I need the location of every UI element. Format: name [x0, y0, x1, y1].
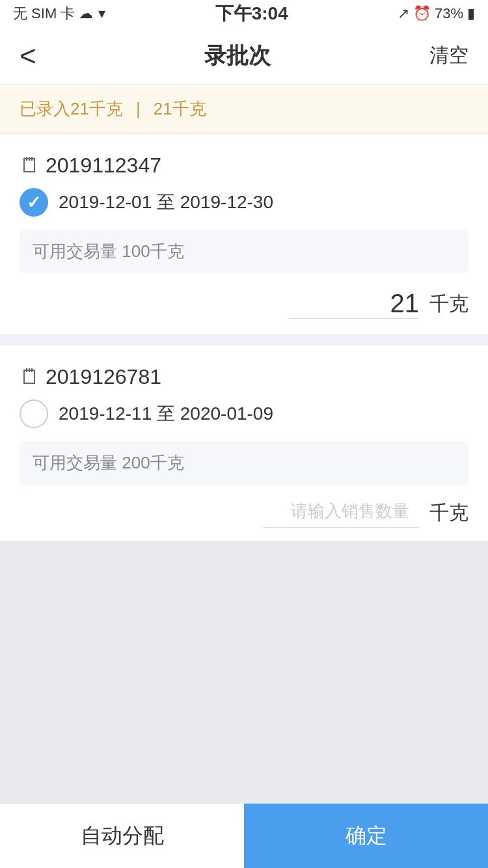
- auto-distribute-button[interactable]: 自动分配: [0, 804, 244, 868]
- batch-checkbox-2[interactable]: [20, 400, 48, 428]
- batch-date-1: 2019-12-01 至 2019-12-30: [59, 190, 273, 215]
- battery-icon: ▮: [467, 5, 475, 22]
- section-separator: [0, 335, 488, 346]
- batch-id-2: 2019126781: [46, 365, 161, 389]
- status-time: 下午3:04: [215, 1, 288, 26]
- qty-unit-label-2: 千克: [429, 500, 468, 526]
- nav-bar: < 录批次 清空: [0, 27, 488, 85]
- recorded-value: 21千克: [154, 98, 206, 120]
- back-icon: <: [20, 40, 36, 72]
- batch-id-1: 2019112347: [46, 154, 161, 178]
- batch-doc-icon-1: 🗒: [20, 154, 40, 178]
- recorded-label: 已录入21千克: [20, 98, 123, 120]
- status-right: ↗ ⏰ 73% ▮: [398, 5, 475, 22]
- info-divider: |: [136, 99, 141, 119]
- back-button[interactable]: <: [20, 40, 59, 72]
- status-bar: 无 SIM 卡 ☁ ▾ 下午3:04 ↗ ⏰ 73% ▮: [0, 0, 488, 27]
- available-qty-box-1: 可用交易量 100千克: [20, 230, 468, 273]
- battery-text: 73%: [435, 5, 463, 22]
- qty-underline-2: [263, 527, 419, 528]
- quantity-underline-1: [289, 318, 419, 319]
- batch-id-row-2: 🗒 2019126781: [20, 365, 468, 389]
- qty-input-field-2[interactable]: [263, 498, 419, 522]
- qty-input-wrapper-2: [263, 498, 419, 528]
- content-area: 🗒 2019112347 2019-12-01 至 2019-12-30 可用交…: [0, 134, 488, 866]
- quantity-unit-1: 千克: [429, 291, 468, 318]
- qty-input-row-2: 千克: [0, 485, 488, 541]
- status-left: 无 SIM 卡 ☁ ▾: [13, 4, 105, 23]
- batch-doc-icon-2: 🗒: [20, 365, 40, 389]
- alarm-icon: ⏰: [413, 5, 431, 22]
- bottom-buttons: 自动分配 确定: [0, 803, 488, 868]
- no-sim-text: 无 SIM 卡 ☁: [13, 4, 93, 23]
- batch-checkbox-1[interactable]: [20, 188, 48, 217]
- batch-date-row-2: 2019-12-11 至 2020-01-09: [20, 400, 468, 428]
- batch-id-row-1: 🗒 2019112347: [20, 154, 468, 178]
- batch-date-row-1: 2019-12-01 至 2019-12-30: [20, 188, 468, 217]
- batch-card-1: 🗒 2019112347 2019-12-01 至 2019-12-30 可用交…: [0, 134, 488, 335]
- batch-date-2: 2019-12-11 至 2020-01-09: [59, 401, 273, 426]
- confirm-button[interactable]: 确定: [244, 804, 488, 868]
- info-banner: 已录入21千克 | 21千克: [0, 85, 488, 134]
- quantity-row-1: 21 千克: [0, 273, 488, 335]
- wifi-icon: ▾: [98, 5, 105, 22]
- quantity-value-1: 21: [390, 289, 420, 318]
- clear-button[interactable]: 清空: [416, 42, 468, 69]
- available-qty-text-2: 可用交易量 200千克: [33, 453, 184, 472]
- available-qty-text-1: 可用交易量 100千克: [33, 241, 184, 261]
- available-qty-box-2: 可用交易量 200千克: [20, 441, 468, 485]
- location-icon: ↗: [398, 5, 409, 22]
- batch-card-2: 🗒 2019126781 2019-12-11 至 2020-01-09 可用交…: [0, 346, 488, 541]
- page-title: 录批次: [59, 41, 416, 71]
